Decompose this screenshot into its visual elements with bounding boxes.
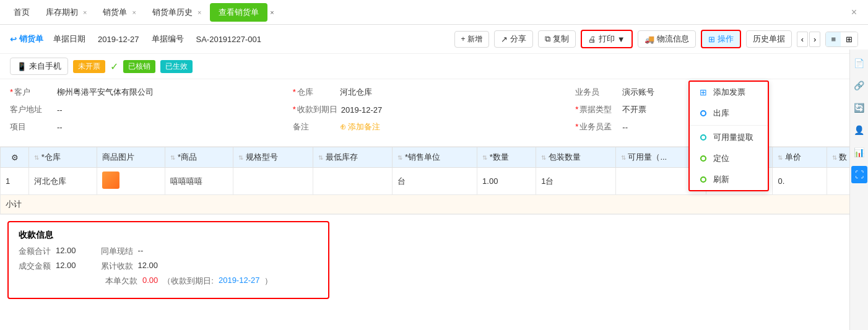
tab-close-history[interactable]: × [197, 9, 201, 16]
note-group: 备注 ⊕ 添加备注 [293, 121, 576, 132]
staff-label: 业务员 [575, 87, 618, 98]
grid-view-button[interactable]: ⊞ [841, 32, 857, 46]
share-button[interactable]: ↗ 分享 [494, 30, 533, 48]
cumulative-label: 累计收款 [101, 261, 133, 272]
payment-row-2: 成交金额 12.00 累计收款 12.00 [19, 261, 318, 272]
add-invoice-item[interactable]: ⊞ 添加发票 [690, 82, 768, 103]
doc-icon: ↩ [10, 35, 17, 44]
address-label: 客户地址 [10, 104, 53, 115]
warehouse-value: 河北仓库 [340, 87, 372, 98]
operation-dropdown: ⊞ 添加发票 出库 可用量提取 定位 刷新 [688, 80, 769, 191]
customer-label: 客户 [10, 87, 53, 98]
cell-min-stock [313, 168, 393, 195]
same-order-value: -- [138, 246, 144, 257]
payment-row-3: 本单欠款 0.00 （收款到期日: 2019-12-27 ） [19, 276, 318, 287]
sidebar-doc-icon[interactable]: 📄 [850, 54, 868, 72]
copy-button[interactable]: ⧉ 复制 [538, 30, 576, 48]
th-qty: ⇅ *数量 [477, 147, 536, 168]
sidebar-expand-icon[interactable]: ⛶ [851, 166, 867, 183]
refresh-item[interactable]: 刷新 [690, 169, 768, 190]
project-group: 项目 -- [10, 121, 293, 132]
doc-header: ↩ 销货单 单据日期 2019-12-27 单据编号 SA-20191227-0… [0, 25, 868, 54]
right-sidebar: 📄 🔗 🔄 👤 📊 ⛶ [849, 50, 868, 330]
copy-icon: ⧉ [545, 34, 550, 44]
cell-unit: 台 [393, 168, 477, 195]
circle-blue-icon [698, 108, 708, 118]
tab-inventory-init[interactable]: 库存期初 × [38, 3, 94, 22]
th-spec: ⇅ 规格型号 [233, 147, 313, 168]
project-value: -- [57, 123, 63, 132]
th-product: ⇅ *商品 [165, 147, 233, 168]
sidebar-link-icon[interactable]: 🔗 [850, 77, 868, 94]
operation-button[interactable]: ⊞ 操作 [701, 30, 741, 48]
subtotal-label: 小计 [1, 195, 868, 214]
prev-button[interactable]: ‹ [797, 32, 808, 47]
th-unit: ⇅ *销售单位 [393, 147, 477, 168]
date-value: 2019-12-27 [98, 35, 139, 44]
total-amount-label: 金额合计 [19, 246, 51, 257]
transaction-value: 12.00 [56, 261, 76, 272]
doc-actions: + 新增 ↗ 分享 ⧉ 复制 🖨 打印 ▼ 🚚 物流信息 ⊞ 操作 [454, 30, 859, 48]
main-content: ↩ 销货单 单据日期 2019-12-27 单据编号 SA-20191227-0… [0, 25, 868, 330]
sub-actions: 📱 来自手机 未开票 ✓ 已核销 已生效 [0, 54, 868, 79]
payment-title: 收款信息 [19, 230, 318, 241]
locate-item[interactable]: 定位 [690, 148, 768, 169]
th-gear[interactable]: ⚙ [1, 147, 29, 168]
ticket-type-label: 票据类型 [575, 104, 618, 115]
total-amount-value: 12.00 [56, 246, 76, 257]
dropdown-divider-1 [690, 125, 768, 126]
cumulative-item: 累计收款 12.00 [101, 261, 158, 272]
available-qty-item[interactable]: 可用量提取 [690, 127, 768, 148]
tab-close-inventory[interactable]: × [83, 9, 87, 16]
tab-home[interactable]: 首页 [6, 3, 37, 22]
window-close-button[interactable]: × [846, 7, 862, 18]
new-button[interactable]: + 新增 [454, 31, 489, 48]
warehouse-label: 仓库 [293, 87, 336, 98]
cell-pkg-qty: 1台 [536, 168, 616, 195]
add-invoice-label: 添加发票 [713, 87, 745, 98]
history-button[interactable]: 历史单据 [746, 30, 792, 48]
arrears-item: 本单欠款 0.00 （收款到期日: 2019-12-27 ） [105, 276, 272, 287]
arrears-value: 0.00 [142, 276, 158, 287]
print-dropdown-icon: ▼ [617, 35, 625, 44]
product-image [102, 172, 119, 189]
view-toggle: ≡ ⊞ [825, 32, 858, 47]
arrears-end: ） [264, 276, 272, 287]
tab-close-sales[interactable]: × [132, 9, 136, 16]
sidebar-chart-icon[interactable]: 📊 [850, 144, 868, 161]
list-view-button[interactable]: ≡ [826, 32, 841, 46]
circle-teal-icon [698, 132, 708, 142]
tab-sales-history[interactable]: 销货单历史 × [145, 3, 209, 22]
tab-bar: 首页 库存期初 × 销货单 × 销货单历史 × 查看销货单 × × [0, 0, 868, 25]
sidebar-user-icon[interactable]: 👤 [850, 121, 868, 139]
tab-sales-order[interactable]: 销货单 × [95, 3, 143, 22]
address-group: 客户地址 -- [10, 104, 293, 115]
tab-view-sales[interactable]: 查看销货单 [210, 3, 267, 22]
print-icon: 🖨 [588, 35, 596, 44]
payment-panel: 收款信息 金额合计 12.00 同单现结 -- 成交金额 12.00 累计收款 … [7, 221, 329, 299]
sales-staff-value: -- [622, 123, 628, 132]
nav-arrows: ‹ › [797, 32, 821, 47]
cell-qty: 1.00 [477, 168, 536, 195]
transaction-label: 成交金额 [19, 261, 51, 272]
due-date-label: 收款到期日 [293, 104, 337, 115]
from-phone-button[interactable]: 📱 来自手机 [10, 58, 68, 75]
available-qty-label: 可用量提取 [713, 132, 753, 143]
print-button[interactable]: 🖨 打印 ▼ [581, 30, 633, 48]
tab-close-view-sales[interactable]: × [270, 9, 274, 16]
th-pkg-qty: ⇅ 包装数量 [536, 147, 616, 168]
logistics-button[interactable]: 🚚 物流信息 [638, 30, 696, 48]
grid-icon: ⊞ [708, 35, 715, 44]
doc-title: ↩ 销货单 [10, 33, 43, 45]
arrears-note: （收款到期日: [163, 276, 214, 287]
total-amount-item: 金额合计 12.00 [19, 246, 76, 257]
next-button[interactable]: › [809, 32, 820, 47]
ship-out-item[interactable]: 出库 [690, 103, 768, 124]
sidebar-refresh-icon[interactable]: 🔄 [850, 99, 868, 116]
effective-badge: 已生效 [160, 60, 193, 73]
cell-price: 0. [773, 168, 827, 195]
doc-meta: 单据日期 2019-12-27 单据编号 SA-20191227-001 [53, 33, 261, 45]
truck-icon: 🚚 [644, 35, 654, 44]
add-note-button[interactable]: ⊕ 添加备注 [340, 121, 381, 132]
not-open-badge: 未开票 [73, 60, 105, 73]
